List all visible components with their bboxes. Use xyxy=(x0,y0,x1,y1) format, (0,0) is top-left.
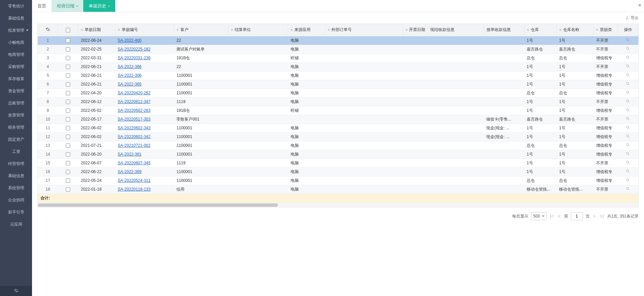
sidebar-item-4[interactable]: 电商管理 xyxy=(0,48,32,61)
table-row[interactable]: 12022-06-24SA-2022-40022电脑1号1号不开票 xyxy=(38,36,638,45)
search-icon[interactable] xyxy=(626,100,630,104)
table-row[interactable]: 42022-06-21SA-2022-36622电脑1号1号不开票 xyxy=(38,62,638,71)
first-page[interactable]: |< xyxy=(549,213,555,219)
last-page[interactable]: >| xyxy=(599,213,605,219)
row-checkbox[interactable] xyxy=(66,91,70,95)
close-icon[interactable]: × xyxy=(108,4,110,8)
table-row[interactable]: 62022-06-21SA-2022-3651100001电脑1号1号增值税专 xyxy=(38,80,638,89)
close-all-tabs[interactable]: × xyxy=(638,3,641,8)
col-settings[interactable] xyxy=(38,24,58,36)
col-settle-unit[interactable]: 结算单位 xyxy=(228,24,288,36)
search-icon[interactable] xyxy=(626,65,630,69)
table-row[interactable]: 142022-06-20SA-2022-3611100001电脑1号1号增值税专 xyxy=(38,150,638,159)
horizontal-scrollbar[interactable] xyxy=(38,202,638,207)
sidebar-item-12[interactable]: 工资 xyxy=(0,145,32,158)
doc-no-link[interactable]: SA-20220502-283 xyxy=(118,108,150,113)
col-customer[interactable]: 客户 xyxy=(174,24,228,36)
sidebar-item-0[interactable]: 零售统计 xyxy=(0,0,32,12)
sidebar-item-16[interactable]: 企业协同 xyxy=(0,194,32,206)
table-row[interactable]: 22022-02-25SA-20220225-182测试客户对账单电脑嘉言路仓嘉… xyxy=(38,45,638,54)
sidebar-item-18[interactable]: 云应用 xyxy=(0,218,32,230)
col-source-app[interactable]: 来源应用 xyxy=(288,24,325,36)
page-input[interactable] xyxy=(571,212,583,220)
row-checkbox[interactable] xyxy=(66,47,70,52)
row-checkbox[interactable] xyxy=(66,108,70,113)
col-warehouse[interactable]: 仓库 xyxy=(524,24,556,36)
doc-no-link[interactable]: SA-20220524-311 xyxy=(118,178,150,183)
search-icon[interactable] xyxy=(626,73,630,78)
search-icon[interactable] xyxy=(626,91,630,96)
search-icon[interactable] xyxy=(626,170,630,174)
row-checkbox[interactable] xyxy=(66,126,70,130)
tab-1[interactable]: 经营日报× xyxy=(52,0,83,12)
row-checkbox[interactable] xyxy=(66,73,70,78)
doc-no-link[interactable]: SA-20220602-342 xyxy=(118,134,150,139)
sidebar-settings[interactable] xyxy=(0,286,32,296)
per-page-select[interactable]: 500 xyxy=(531,212,547,220)
sidebar-item-1[interactable]: 基础信息 xyxy=(0,12,32,24)
sidebar-item-14[interactable]: 基础信息 xyxy=(0,170,32,182)
col-by-order-info[interactable]: 按单收款信息 xyxy=(484,24,524,36)
row-checkbox[interactable] xyxy=(66,100,70,104)
table-row[interactable]: 172022-05-24SA-20220524-3111100001电脑总仓总仓… xyxy=(38,176,638,185)
table-row[interactable]: 182022-01-18SA-20220118-133信用电脑移动仓管拣...移… xyxy=(38,185,638,194)
prev-page[interactable]: < xyxy=(557,213,561,219)
scrollbar-thumb[interactable] xyxy=(38,203,278,207)
search-icon[interactable] xyxy=(626,47,630,52)
search-icon[interactable] xyxy=(626,135,630,139)
sidebar-item-9[interactable]: 发票管理 xyxy=(0,109,32,121)
search-icon[interactable] xyxy=(626,178,630,183)
row-checkbox[interactable] xyxy=(66,152,70,157)
table-row[interactable]: 92022-05-02SA-20220502-283191B仓旺铺1号1号增值税… xyxy=(38,106,638,115)
doc-no-link[interactable]: SA-2022-400 xyxy=(118,38,142,43)
row-checkbox[interactable] xyxy=(66,135,70,139)
doc-no-link[interactable]: SA-2022-369 xyxy=(118,169,142,174)
row-checkbox[interactable] xyxy=(66,117,70,122)
col-doc-no[interactable]: 单据编号 xyxy=(115,24,174,36)
doc-no-link[interactable]: SA-2022-306 xyxy=(118,73,142,78)
doc-no-link[interactable]: SA-20220225-182 xyxy=(118,47,150,52)
sidebar-item-13[interactable]: 经营管理 xyxy=(0,158,32,170)
sidebar-item-17[interactable]: 新手引导 xyxy=(0,206,32,218)
table-row[interactable]: 52022-06-21SA-2022-3061100001电脑1号1号增值税专 xyxy=(38,71,638,80)
doc-no-link[interactable]: SA-20220607-345 xyxy=(118,161,150,165)
select-all-checkbox[interactable] xyxy=(66,28,70,32)
doc-no-link[interactable]: SA-2022-365 xyxy=(118,82,142,87)
search-icon[interactable] xyxy=(626,143,630,148)
doc-no-link[interactable]: SA-20220602-343 xyxy=(118,126,150,130)
search-icon[interactable] xyxy=(626,152,630,157)
close-icon[interactable]: × xyxy=(76,4,78,8)
sidebar-item-15[interactable]: 系统管理 xyxy=(0,182,32,194)
search-icon[interactable] xyxy=(626,56,630,61)
col-warehouse-name[interactable]: 仓库名称 xyxy=(556,24,593,36)
doc-no-link[interactable]: SA-20220420-262 xyxy=(118,91,150,95)
doc-no-link[interactable]: SA-20210721-002 xyxy=(118,143,150,148)
col-doc-date[interactable]: 单据日期 xyxy=(78,24,115,36)
doc-no-link[interactable]: SA-20220331-236 xyxy=(118,56,150,60)
sidebar-item-10[interactable]: 税务管理 xyxy=(0,121,32,133)
row-checkbox[interactable] xyxy=(66,161,70,165)
sidebar-item-5[interactable]: 采购管理 xyxy=(0,61,32,73)
tab-2[interactable]: 单据历史× xyxy=(83,0,115,12)
sidebar-item-3[interactable]: 小畅电商 xyxy=(0,36,32,48)
table-row[interactable]: 112022-06-02SA-20220602-3431100001电脑现金(现… xyxy=(38,124,638,132)
doc-no-link[interactable]: SA-20220118-133 xyxy=(118,187,150,192)
sidebar-item-6[interactable]: 库存核算 xyxy=(0,73,32,85)
doc-no-link[interactable]: SA-2022-366 xyxy=(118,64,142,69)
table-row[interactable]: 32022-03-31SA-20220331-236191B仓旺铺总仓总仓增值税… xyxy=(38,54,638,62)
doc-no-link[interactable]: SA-20220612-347 xyxy=(118,99,150,104)
row-checkbox[interactable] xyxy=(66,82,70,87)
col-invoice-type[interactable]: 票据类 xyxy=(593,24,618,36)
next-page[interactable]: > xyxy=(592,213,596,219)
doc-no-link[interactable]: SA-20220517-303 xyxy=(118,117,150,122)
table-row[interactable]: 152022-06-07SA-20220607-3451119电脑1号1号不开票 xyxy=(38,159,638,167)
row-checkbox[interactable] xyxy=(66,187,70,192)
search-icon[interactable] xyxy=(626,161,630,166)
table-row[interactable]: 82022-06-12SA-20220612-3471119电脑1号1号不开票 xyxy=(38,97,638,106)
search-icon[interactable] xyxy=(626,38,630,43)
table-row[interactable]: 132021-07-21SA-20210721-0021100001电脑总仓总仓… xyxy=(38,141,638,150)
sidebar-item-11[interactable]: 固定资产 xyxy=(0,133,32,145)
table-row[interactable]: 162022-06-22SA-2022-3691100001电脑1号1号增值税专 xyxy=(38,167,638,176)
col-ext-order-no[interactable]: 外部订单号 xyxy=(325,24,403,36)
sidebar-item-2[interactable]: 批发管理 xyxy=(0,24,32,36)
